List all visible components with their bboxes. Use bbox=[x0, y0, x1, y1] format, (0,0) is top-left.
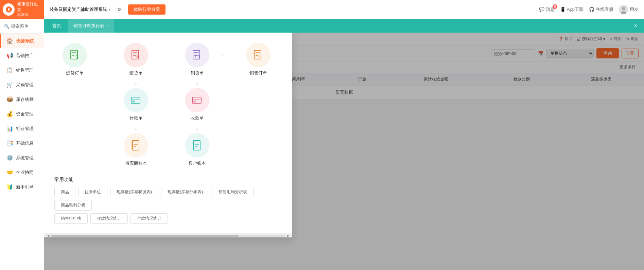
purchase-icon: ✓ bbox=[124, 43, 148, 67]
svg-point-24 bbox=[258, 55, 261, 58]
sidebar-item-sales[interactable]: 📋 销售管理 bbox=[0, 63, 44, 77]
flow-item-supplier-ledger[interactable]: 供应商账本 bbox=[116, 133, 156, 166]
tab-close-icon[interactable]: × bbox=[106, 23, 109, 28]
logo-text: 畅康通好生意 标准版 bbox=[17, 2, 41, 17]
download-icon: 📱 bbox=[560, 7, 565, 12]
experience-btn[interactable]: 体验行业方案 bbox=[128, 4, 166, 15]
flow-item-purchase-order[interactable]: 进货订单 bbox=[54, 43, 95, 76]
operations-icon: 📊 bbox=[6, 125, 13, 132]
arrow-sales-order-to-sales: ← - - bbox=[217, 53, 238, 66]
inventory-icon: 📦 bbox=[6, 96, 13, 103]
receipt-icon: ¥ bbox=[185, 88, 209, 112]
tab-home[interactable]: 首页 bbox=[47, 19, 67, 33]
system-title-dropdown[interactable]: 装备及固定资产辅助管理系统 ▾ bbox=[50, 6, 110, 13]
user-menu[interactable]: 用友 bbox=[619, 5, 639, 14]
sidebar-item-marketing[interactable]: 📢 营销推广 bbox=[0, 48, 44, 63]
topbar-right: 💬 消息 6 📱 App下载 🎧 在线客服 bbox=[539, 5, 639, 14]
sales-order-icon bbox=[246, 43, 271, 67]
svg-text:¥: ¥ bbox=[194, 101, 195, 103]
tab-bar: 首页 销售订单执行表 × × bbox=[44, 19, 644, 33]
down-arrow-payment: ↓ bbox=[116, 125, 156, 132]
settings-icon[interactable]: ⚙ bbox=[115, 5, 124, 14]
logo-icon: 6 bbox=[3, 3, 15, 16]
sidebar-item-finance[interactable]: 💰 资金管理 bbox=[0, 107, 44, 121]
sales-icon: 📋 bbox=[6, 67, 13, 73]
sidebar: 6 畅康通好生意 标准版 🔍 搜索菜单 🏠 快捷导航 📢 营销推广 bbox=[0, 0, 44, 270]
flow-item-sales[interactable]: 销货单 bbox=[177, 43, 217, 76]
sidebar-item-purchase[interactable]: 🛒 采购管理 bbox=[0, 77, 44, 92]
sidebar-item-enterprise[interactable]: 🤝 企业协同 bbox=[0, 165, 44, 180]
page-content: ❓ 帮助 🖨 按模板打印 ▾ ↗ 导出 ↻ 刷新 bbox=[44, 33, 644, 270]
purchase-order-icon bbox=[63, 43, 87, 67]
sidebar-item-basic-info[interactable]: 📑 基础信息 bbox=[0, 136, 44, 150]
common-section: 常用功能 商品 往来单位 现存量(库存状况表) 现存量(库存分布表) 销售毛利分… bbox=[44, 177, 292, 233]
svg-rect-39 bbox=[193, 141, 194, 149]
svg-rect-34 bbox=[132, 141, 133, 149]
btn-goods[interactable]: 商品 bbox=[54, 187, 75, 197]
message-icon: 💬 bbox=[539, 7, 544, 12]
flow-item-purchase[interactable]: ✓ 进货单 bbox=[116, 43, 156, 76]
svg-rect-25 bbox=[131, 97, 140, 103]
basic-info-icon: 📑 bbox=[6, 140, 13, 146]
app-download-btn[interactable]: 📱 App下载 bbox=[560, 6, 584, 13]
avatar bbox=[619, 5, 628, 14]
tab-sales-order[interactable]: 销售订单执行表 × bbox=[68, 19, 114, 33]
flow-item-sales-order[interactable]: 销售订单 bbox=[238, 43, 279, 76]
sidebar-item-system[interactable]: ⚙️ 系统管理 bbox=[0, 150, 44, 165]
flow-item-customer-ledger[interactable]: 客户账本 bbox=[177, 133, 217, 166]
main-content: 装备及固定资产辅助管理系统 ▾ ⚙ 体验行业方案 💬 消息 6 📱 App下载 … bbox=[44, 0, 644, 270]
window-close-icon[interactable]: × bbox=[630, 23, 641, 29]
popup-overlay[interactable]: 进货订单 - - → bbox=[44, 33, 644, 270]
sidebar-item-newbie[interactable]: 🔰 新手引导 bbox=[0, 180, 44, 194]
sidebar-logo: 6 畅康通好生意 标准版 bbox=[0, 0, 44, 19]
customer-ledger-icon bbox=[185, 133, 209, 158]
flow-item-payment[interactable]: ¥ 付款单 bbox=[116, 88, 156, 121]
btn-goods-profit[interactable]: 商品毛利分析 bbox=[54, 200, 92, 211]
svg-rect-38 bbox=[193, 141, 200, 150]
scrollbar-thumb[interactable] bbox=[51, 235, 239, 237]
btn-stock-status[interactable]: 现存量(库存状况表) bbox=[110, 187, 158, 197]
flow-item-receipt[interactable]: ¥ 收款单 bbox=[177, 88, 217, 121]
home-icon: 🏠 bbox=[6, 38, 13, 44]
popup-scrollbar[interactable]: ◀ ▶ bbox=[44, 233, 292, 237]
topbar: 装备及固定资产辅助管理系统 ▾ ⚙ 体验行业方案 💬 消息 6 📱 App下载 … bbox=[44, 0, 644, 19]
flow-section: 进货订单 - - → bbox=[44, 33, 292, 177]
btn-sales-profit[interactable]: 销售毛利分析表 bbox=[212, 187, 254, 197]
svg-rect-5 bbox=[71, 50, 77, 59]
spacer-arr1 bbox=[95, 79, 116, 87]
btn-contacts[interactable]: 往来单位 bbox=[78, 187, 107, 197]
payment-icon: ¥ bbox=[124, 88, 148, 112]
down-arrow-purchase: ↓ bbox=[116, 79, 156, 87]
btn-stock-dist[interactable]: 现存量(库存分布表) bbox=[161, 187, 209, 197]
enterprise-icon: 🤝 bbox=[6, 169, 13, 176]
sidebar-item-quick-nav[interactable]: 🏠 快捷导航 bbox=[0, 34, 44, 48]
btn-receipt-stats[interactable]: 收款情况统计 bbox=[90, 213, 128, 224]
sidebar-item-inventory[interactable]: 📦 库存核算 bbox=[0, 92, 44, 107]
flow-row-1: 进货订单 - - → bbox=[54, 43, 282, 76]
scroll-left-icon[interactable]: ◀ bbox=[46, 234, 51, 237]
spacer6 bbox=[95, 125, 116, 132]
svg-rect-33 bbox=[132, 141, 139, 150]
down-arrow-sales: ↓ bbox=[177, 79, 217, 87]
sidebar-search[interactable]: 🔍 搜索菜单 bbox=[0, 19, 44, 34]
message-btn[interactable]: 💬 消息 6 bbox=[539, 6, 555, 13]
svg-point-3 bbox=[622, 7, 625, 10]
flow-row-3: 供应商账本 bbox=[54, 133, 282, 166]
service-icon: 🎧 bbox=[589, 7, 594, 12]
system-title: 装备及固定资产辅助管理系统 bbox=[50, 6, 107, 13]
finance-icon: 💰 bbox=[6, 111, 13, 117]
svg-text:6: 6 bbox=[8, 8, 10, 12]
online-service-btn[interactable]: 🎧 在线客服 bbox=[589, 6, 613, 13]
scroll-right-icon[interactable]: ▶ bbox=[285, 234, 291, 237]
chevron-down-icon: ▾ bbox=[108, 7, 110, 12]
common-title: 常用功能 bbox=[54, 177, 282, 183]
scrollbar-track[interactable] bbox=[51, 235, 285, 237]
btn-payment-stats[interactable]: 付款情况统计 bbox=[130, 213, 168, 224]
system-icon: ⚙️ bbox=[6, 155, 13, 161]
spacer-arr2 bbox=[156, 79, 177, 87]
search-button[interactable]: 🔍 搜索菜单 bbox=[3, 22, 41, 31]
sidebar-item-operations[interactable]: 📊 经营管理 bbox=[0, 121, 44, 136]
btn-sales-ranking[interactable]: 销售排行榜 bbox=[54, 213, 88, 224]
down-arrow-receipt: ↓ bbox=[177, 125, 217, 132]
common-btns-row2: 销售排行榜 收款情况统计 付款情况统计 bbox=[54, 213, 282, 224]
